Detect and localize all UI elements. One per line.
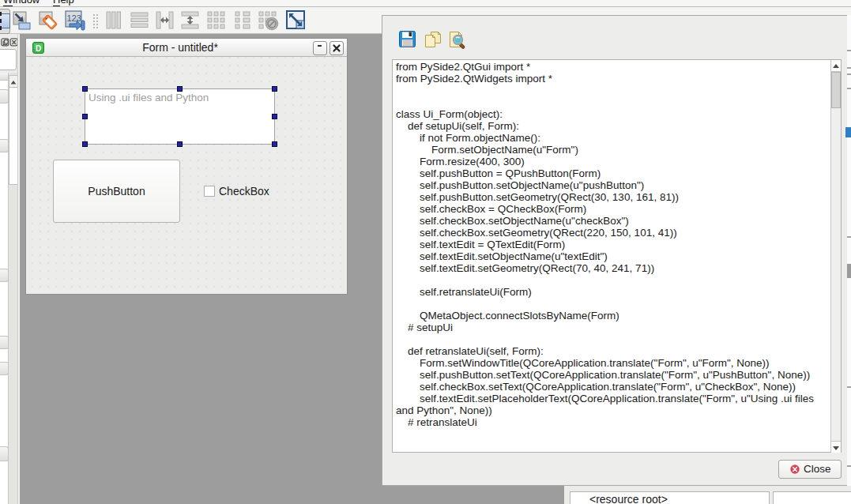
svg-text:123: 123	[67, 13, 81, 23]
